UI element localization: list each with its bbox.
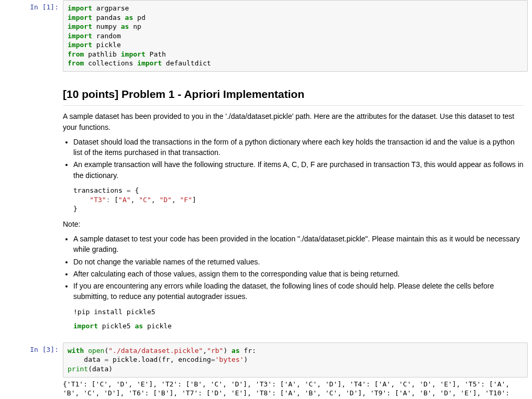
- code-cell-3: In [3]: with open("./data/dataset.pickle…: [0, 342, 532, 378]
- markdown-content: [10 points] Problem 1 - Apriori Implemen…: [63, 72, 528, 342]
- list-item: An example transaction will have the fol…: [73, 159, 524, 181]
- list-item: Dataset should load the transactions in …: [73, 137, 524, 158]
- note-label: Note:: [63, 219, 524, 229]
- code-input[interactable]: with open("./data/dataset.pickle","rb") …: [63, 342, 528, 378]
- import-pickle5-code: import pickle5 as pickle: [73, 322, 524, 331]
- example-code: transactions = { "T3": ["A", "C", "D", "…: [73, 186, 524, 214]
- bullet-list-1: Dataset should load the transactions in …: [73, 137, 524, 181]
- cell-prompt-empty: [0, 72, 63, 85]
- problem-heading: [10 points] Problem 1 - Apriori Implemen…: [63, 86, 524, 106]
- code-input[interactable]: import argparse import pandas as pd impo…: [63, 0, 528, 72]
- bullet-list-2: A sample dataset to test your code has b…: [73, 234, 524, 302]
- intro-text: A sample dataset has been provided to yo…: [63, 111, 524, 132]
- list-item: Do not change the variable names of the …: [73, 257, 524, 267]
- cell-prompt: In [3]:: [0, 342, 63, 356]
- cell-prompt: In [1]:: [0, 0, 63, 13]
- list-item: If you are encountering any errors while…: [73, 281, 524, 302]
- pip-install-code: !pip install pickle5: [73, 307, 524, 317]
- output-cell-3: {'T1': ['C', 'D', 'E'], 'T2': ['B', 'C',…: [0, 378, 532, 400]
- list-item: After calculating each of those values, …: [73, 269, 524, 279]
- markdown-cell: [10 points] Problem 1 - Apriori Implemen…: [0, 72, 532, 342]
- cell-prompt-empty: [0, 378, 63, 391]
- code-cell-1: In [1]: import argparse import pandas as…: [0, 0, 532, 72]
- list-item: A sample dataset to test your code has b…: [73, 234, 524, 255]
- cell-output: {'T1': ['C', 'D', 'E'], 'T2': ['B', 'C',…: [63, 378, 528, 400]
